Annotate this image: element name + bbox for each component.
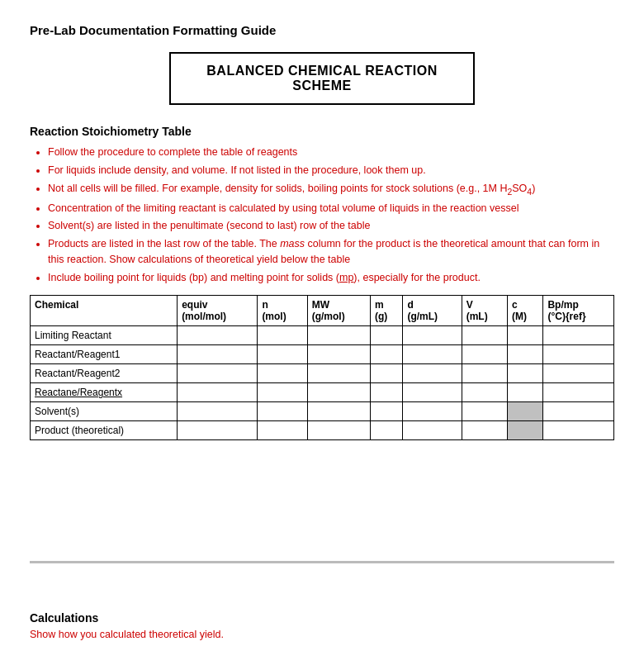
cell-reagent1: Reactant/Reagent1 [31,345,178,364]
blank-area-2 [30,578,614,611]
col-header-chemical: Chemical [31,296,178,326]
col-header-bpmp: Bp/mp(°C){ref} [543,296,614,326]
col-header-n: n(mol) [258,296,307,326]
list-item: Follow the procedure to complete the tab… [48,145,614,160]
col-header-equiv: equiv(mol/mol) [178,296,258,326]
table-row: Product (theoretical) [31,421,614,440]
list-item: Include boiling point for liquids (bp) a… [48,270,614,286]
list-item: For liquids include density, and volume.… [48,163,614,178]
section-title-stoich: Reaction Stoichiometry Table [30,125,614,138]
page-container: Pre-Lab Documentation Formatting Guide B… [0,0,644,646]
col-header-m: m(g) [371,296,403,326]
cell-reagent2: Reactant/Reagent2 [31,364,178,383]
calculations-section: Calculations Show how you calculated the… [30,611,614,646]
instruction-list: Follow the procedure to complete the tab… [30,145,614,285]
blank-area [30,454,614,553]
calculations-subtitle: Show how you calculated theoretical yiel… [30,629,614,640]
table-header-row: Chemical equiv(mol/mol) n(mol) MW(g/mol)… [31,296,614,326]
cell-product: Product (theoretical) [31,421,178,440]
col-header-d: d(g/mL) [403,296,462,326]
table-row: Reactant/Reagent1 [31,345,614,364]
col-header-mw: MW(g/mol) [307,296,370,326]
cell-reagentx: Reactane/Reagentx [31,383,178,402]
reaction-scheme-box: BALANCED CHEMICAL REACTION SCHEME [169,52,475,105]
page-title: Pre-Lab Documentation Formatting Guide [30,23,614,37]
list-item: Products are listed in the last row of t… [48,236,614,268]
table-row: Solvent(s) [31,402,614,421]
cell-limiting-reactant: Limiting Reactant [31,326,178,345]
page-divider [30,561,614,563]
calculations-title: Calculations [30,611,614,625]
list-item: Solvent(s) are listed in the penultimate… [48,218,614,234]
list-item: Concentration of the limiting reactant i… [48,201,614,216]
cell-solvent: Solvent(s) [31,402,178,421]
reaction-scheme-text: BALANCED CHEMICAL REACTION SCHEME [186,64,458,93]
table-row: Limiting Reactant [31,326,614,345]
table-row: Reactane/Reagentx [31,383,614,402]
stoichiometry-table: Chemical equiv(mol/mol) n(mol) MW(g/mol)… [30,295,614,440]
col-header-v: V(mL) [462,296,507,326]
table-row: Reactant/Reagent2 [31,364,614,383]
col-header-c: c(M) [508,296,543,326]
list-item: Not all cells will be filled. For exampl… [48,181,614,198]
